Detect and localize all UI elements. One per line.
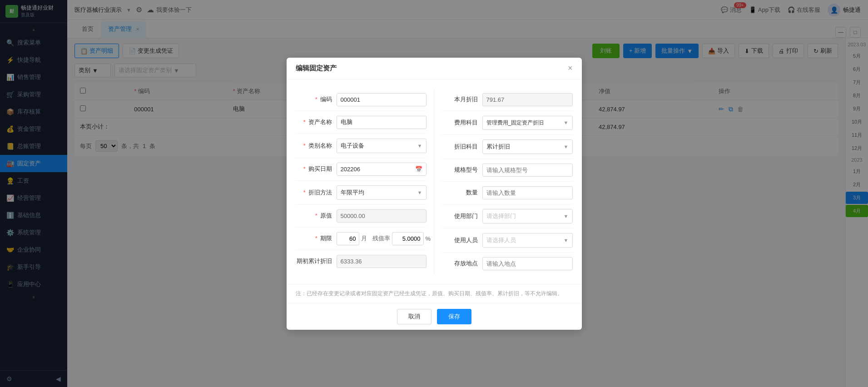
category-select-value: 电子设备 [341,142,364,150]
modal-header: 编辑固定资产 × [287,58,582,79]
asset-name-label: * 资产名称 [296,118,337,126]
department-select[interactable]: 请选择部门 ▼ [482,209,573,223]
person-label: 使用人员 [441,236,482,244]
form-row-quantity: 数量 [441,182,573,204]
residual-rate-input[interactable] [392,232,424,245]
form-row-location: 存放地点 [441,253,573,275]
spec-model-input[interactable] [482,164,573,177]
code-input[interactable] [337,93,427,106]
expense-subject-select[interactable]: 管理费用_固定资产折旧 ▼ [482,116,573,130]
initial-depreciation-label: 期初累计折旧 [296,257,337,265]
location-label: 存放地点 [441,259,482,268]
edit-asset-modal: 编辑固定资产 × * 编码 [287,58,582,330]
asset-name-input[interactable] [337,116,427,129]
depreciation-method-value: 年限平均 [341,189,364,197]
form-row-department: 使用部门 请选择部门 ▼ [441,204,573,228]
modal-close-button[interactable]: × [568,64,573,72]
form-left-col: * 编码 * 资产名称 [296,89,434,275]
modal-note: 注：已经存在变更记录或者对应固定资产已经生成凭证，原值、购买日期、残值率、累计折… [287,284,582,303]
save-button[interactable]: 保存 [437,309,471,324]
form-row-spec-model: 规格型号 [441,159,573,182]
form-row-asset-name: * 资产名称 [296,111,427,134]
initial-depreciation-input[interactable] [337,255,427,268]
form-grid: * 编码 * 资产名称 [296,89,573,275]
location-input[interactable] [482,257,573,270]
code-label: * 编码 [296,95,337,104]
depreciation-subject-value: 累计折旧 [486,143,510,151]
period-unit: 月 [361,234,367,243]
form-row-category: * 类别名称 电子设备 ▼ [296,134,427,158]
modal-overlay: 编辑固定资产 × * 编码 [0,0,868,387]
period-label: * 期限 [296,234,337,243]
form-row-expense-subject: 费用科目 管理费用_固定资产折旧 ▼ [441,111,573,135]
category-select-arrow: ▼ [417,143,422,149]
residual-rate-label: 残值率 [372,234,390,243]
expense-subject-arrow: ▼ [564,120,569,125]
form-row-depreciation-subject: 折旧科目 累计折旧 ▼ [441,135,573,159]
form-row-initial-depreciation: 期初累计折旧 [296,250,427,273]
purchase-date-value: 202206 [341,166,360,173]
monthly-depreciation-input [482,93,573,106]
department-placeholder: 请选择部门 [486,212,516,220]
depreciation-method-arrow: ▼ [417,190,422,195]
residual-rate-unit: % [426,235,431,242]
original-value-input[interactable] [337,209,427,223]
form-row-period: * 期限 月 残值率 % [296,228,427,250]
depreciation-subject-label: 折旧科目 [441,143,482,151]
purchase-date-label: * 购买日期 [296,165,337,173]
depreciation-method-select[interactable]: 年限平均 ▼ [337,185,427,200]
depreciation-subject-arrow: ▼ [564,144,569,149]
modal-body: * 编码 * 资产名称 [287,79,582,284]
modal-title: 编辑固定资产 [296,64,337,73]
calendar-icon: 📅 [415,166,422,173]
form-row-monthly-depreciation: 本月折旧 [441,89,573,111]
category-select[interactable]: 电子设备 ▼ [337,139,427,153]
original-value-label: * 原值 [296,212,337,220]
form-row-purchase-date: * 购买日期 202206 📅 [296,158,427,181]
person-placeholder: 请选择人员 [486,236,516,244]
depreciation-subject-select[interactable]: 累计折旧 ▼ [482,139,573,154]
category-form-label: * 类别名称 [296,142,337,150]
department-arrow: ▼ [564,213,569,219]
form-right-col: 本月折旧 费用科目 管理费用_固定资产折旧 ▼ [434,89,573,275]
form-row-depreciation-method: * 折旧方法 年限平均 ▼ [296,181,427,205]
person-select[interactable]: 请选择人员 ▼ [482,233,573,248]
monthly-depreciation-label: 本月折旧 [441,95,482,104]
period-residual-wrap: 月 残值率 % [337,232,427,245]
form-row-code: * 编码 [296,89,427,111]
form-row-original-value: * 原值 [296,205,427,228]
quantity-label: 数量 [441,189,482,197]
form-row-person: 使用人员 请选择人员 ▼ [441,228,573,253]
cancel-button[interactable]: 取消 [397,309,432,324]
modal-footer: 取消 保存 [287,303,582,330]
depreciation-method-label: * 折旧方法 [296,189,337,197]
expense-subject-value: 管理费用_固定资产折旧 [486,119,544,127]
period-input[interactable] [337,232,359,245]
department-label: 使用部门 [441,212,482,220]
person-arrow: ▼ [564,238,569,243]
spec-model-label: 规格型号 [441,166,482,174]
quantity-input[interactable] [482,186,573,199]
expense-subject-label: 费用科目 [441,119,482,127]
purchase-date-input[interactable]: 202206 📅 [337,163,427,176]
